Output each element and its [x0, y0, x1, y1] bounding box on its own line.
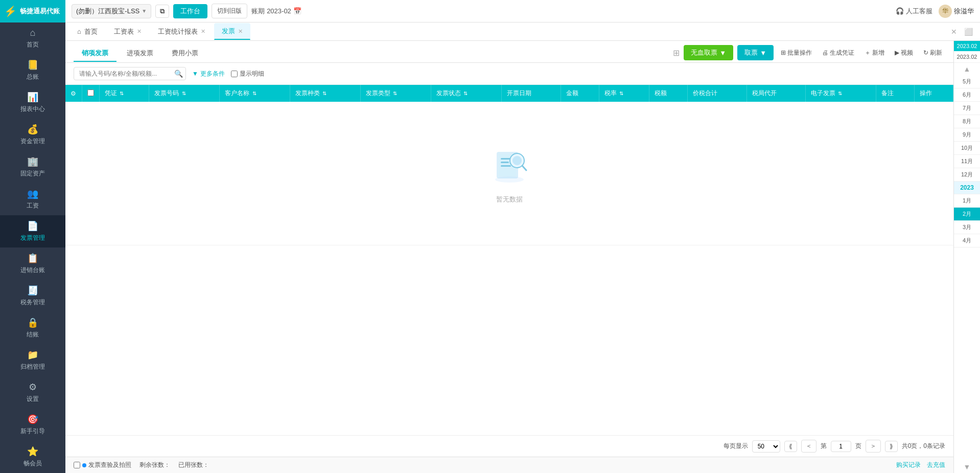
date-panel-8[interactable]: 8月: [954, 115, 980, 128]
col-invoice-no[interactable]: 发票号码 ⇅: [149, 85, 220, 102]
col-invoice-category[interactable]: 发票类型 ⇅: [361, 85, 431, 102]
sidebar-item-funds[interactable]: 💰 资金管理: [0, 119, 65, 151]
sidebar-item-settings[interactable]: ⚙ 设置: [0, 376, 65, 409]
date-panel-header-1[interactable]: 2023.02: [954, 41, 980, 51]
sub-tab-sales[interactable]: 销项发票: [74, 46, 116, 62]
close-corner-button[interactable]: ✕: [948, 26, 960, 38]
date-panel-10[interactable]: 10月: [954, 142, 980, 155]
sub-tab-purchase[interactable]: 进项发票: [119, 46, 161, 62]
sidebar-item-home[interactable]: ⌂ 首页: [0, 22, 65, 54]
month-label: 5月: [963, 78, 971, 84]
next-page-button[interactable]: ＞: [866, 440, 881, 453]
sub-tab-label: 进项发票: [127, 49, 153, 57]
sort-tax-rate-icon: ⇅: [619, 91, 623, 96]
last-page-button[interactable]: ⟫: [885, 441, 898, 452]
more-filter-button[interactable]: ▼ 更多条件: [192, 70, 225, 78]
col-checkbox[interactable]: [82, 85, 99, 102]
main-area: (勿删）江西股宝-LSS ▼ ⧉ 工作台 切到旧版 账期 2023-02 📅 🎧…: [65, 0, 980, 473]
date-panel-item-prev[interactable]: 2023.02: [954, 51, 980, 63]
date-panel-5[interactable]: 5月: [954, 75, 980, 88]
close-invoice-tab[interactable]: ✕: [238, 28, 243, 35]
prev-page-button[interactable]: ＜: [801, 440, 816, 453]
page-size-select[interactable]: 20 50 100: [752, 440, 780, 453]
sidebar-item-ledger[interactable]: 📒 总账: [0, 54, 65, 86]
tab-payroll[interactable]: 工资表 ✕: [106, 24, 149, 40]
first-page-button[interactable]: ⟪: [784, 441, 797, 452]
month-label: 2月: [963, 211, 971, 217]
col-invoice-type[interactable]: 发票种类 ⇅: [290, 85, 361, 102]
sidebar-item-archive[interactable]: 📁 归档管理: [0, 344, 65, 376]
col-e-invoice[interactable]: 电子发票 ⇅: [806, 85, 876, 102]
month-label: 1月: [963, 197, 971, 204]
sub-tab-expense[interactable]: 费用小票: [164, 46, 206, 62]
date-panel-2023-3[interactable]: 3月: [954, 221, 980, 234]
sidebar-item-label: 税务管理: [20, 298, 45, 307]
take-ticket-button[interactable]: 取票 ▼: [737, 45, 774, 60]
show-detail-checkbox[interactable]: [231, 71, 238, 77]
svg-rect-5: [501, 165, 511, 167]
sidebar-item-fixed-assets[interactable]: 🏢 固定资产: [0, 151, 65, 183]
customer-service[interactable]: 🎧 人工客服: [896, 7, 932, 16]
copy-button[interactable]: ⧉: [155, 5, 169, 18]
col-settings[interactable]: ⚙: [65, 85, 82, 102]
logo-text: 畅捷通易代账: [20, 7, 60, 16]
close-payroll-tab[interactable]: ✕: [137, 28, 142, 35]
refresh-icon: ↻: [923, 49, 928, 56]
sidebar-item-reports[interactable]: 📊 报表中心: [0, 86, 65, 119]
search-button[interactable]: 🔍: [174, 70, 183, 78]
tab-invoice[interactable]: 发票 ✕: [214, 23, 250, 40]
date-panel-7[interactable]: 7月: [954, 102, 980, 115]
page-input[interactable]: [831, 441, 851, 452]
recharge-link[interactable]: 去充值: [927, 461, 945, 469]
col-tax-rate[interactable]: 税率 ⇅: [599, 85, 649, 102]
close-payroll-stats-tab[interactable]: ✕: [201, 28, 205, 35]
date-panel-up-arrow[interactable]: ▲: [954, 63, 980, 75]
date-panel-6[interactable]: 6月: [954, 88, 980, 102]
col-invoice-status[interactable]: 发票状态 ⇅: [431, 85, 501, 102]
col-customer-name[interactable]: 客户名称 ⇅: [220, 85, 290, 102]
date-panel-2023-2[interactable]: 2月: [954, 208, 980, 221]
user-menu[interactable]: 华 徐溢华: [939, 5, 974, 18]
date-panel-11[interactable]: 11月: [954, 155, 980, 168]
date-panel-2023-1[interactable]: 1月: [954, 194, 980, 208]
batch-op-button[interactable]: ⊞ 批量操作: [778, 46, 815, 60]
show-detail-label[interactable]: 显示明细: [231, 70, 264, 78]
gen-voucher-button[interactable]: 🖨 生成凭证: [819, 46, 857, 60]
date-panel-12[interactable]: 12月: [954, 168, 980, 182]
purchase-record-link[interactable]: 购买记录: [896, 461, 921, 469]
select-all-checkbox[interactable]: [87, 89, 94, 96]
no-ticket-button[interactable]: 无血取票 ▼: [684, 45, 733, 60]
maximize-corner-button[interactable]: ⬜: [961, 26, 976, 38]
sidebar-item-tax-mgmt[interactable]: 🧾 税务管理: [0, 280, 65, 312]
date-panel-down-arrow[interactable]: ▼: [954, 461, 980, 473]
tab-home[interactable]: ⌂ 首页: [69, 24, 105, 40]
video-button[interactable]: ▶ 视频: [892, 46, 916, 60]
sidebar-item-sales-ledger[interactable]: 📋 进销台账: [0, 247, 65, 280]
sidebar-item-payroll[interactable]: 👥 工资: [0, 183, 65, 215]
invoice-check-checkbox[interactable]: [74, 462, 80, 468]
new-button[interactable]: ＋ 新增: [861, 46, 888, 60]
sidebar-item-closing[interactable]: 🔒 结账: [0, 312, 65, 344]
date-panel-2023-4[interactable]: 4月: [954, 234, 980, 247]
remaining-label: 剩余张数：: [139, 461, 170, 469]
user-name: 徐溢华: [954, 7, 974, 16]
sidebar-item-member[interactable]: ⭐ 畅会员: [0, 441, 65, 473]
company-selector[interactable]: (勿删）江西股宝-LSS ▼: [72, 4, 151, 18]
sidebar-item-guide[interactable]: 🎯 新手引导: [0, 409, 65, 441]
year-2023-label[interactable]: 2023: [954, 182, 980, 194]
page-label-suffix: 页: [855, 442, 861, 451]
tab-label: 首页: [84, 27, 98, 36]
sort-category-icon: ⇅: [393, 91, 397, 96]
tab-payroll-stats[interactable]: 工资统计报表 ✕: [150, 24, 213, 40]
switch-version-button[interactable]: 切到旧版: [212, 4, 247, 18]
workbench-button[interactable]: 工作台: [173, 4, 207, 18]
search-input[interactable]: [74, 67, 186, 80]
sidebar-item-invoice-mgmt[interactable]: 📄 发票管理: [0, 215, 65, 247]
col-voucher[interactable]: 凭证 ⇅: [99, 85, 149, 102]
grid-view-icon[interactable]: ⊞: [673, 48, 680, 58]
sidebar-item-label: 结账: [27, 330, 39, 339]
avatar: 华: [939, 5, 952, 18]
refresh-button[interactable]: ↻ 刷新: [920, 46, 945, 60]
date-panel-9[interactable]: 9月: [954, 128, 980, 142]
sidebar-item-label: 工资: [27, 201, 39, 210]
